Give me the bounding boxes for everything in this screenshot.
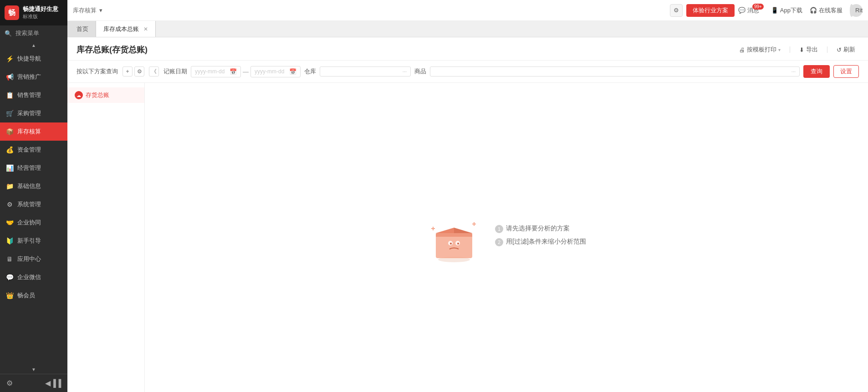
sidebar-item-finance[interactable]: 💰 资金管理	[0, 141, 67, 159]
sidebar-item-label: 快捷导航	[17, 55, 41, 63]
scroll-up-arrow[interactable]: ▲	[0, 41, 67, 50]
marketing-icon: 📢	[5, 73, 14, 81]
sidebar-item-label: 经营管理	[17, 164, 41, 172]
refresh-icon: ↺	[837, 46, 842, 53]
content-body: ☁ 存货总账	[67, 83, 868, 392]
sidebar-item-label: 新手引导	[17, 237, 41, 245]
print-button[interactable]: 🖨 按模板打印 ▾	[735, 44, 784, 56]
sidebar-item-purchase[interactable]: 🛒 采购管理	[0, 104, 67, 122]
sidebar-item-label: 应用中心	[17, 255, 41, 263]
printer-icon: 🖨	[739, 46, 745, 53]
export-button[interactable]: ⬇ 导出	[796, 44, 822, 56]
warehouse-select[interactable]: ···	[320, 66, 411, 76]
topbar-settings-button[interactable]: ⚙	[670, 4, 683, 17]
gear-icon: ⚙	[137, 68, 142, 75]
sidebar-item-label: 采购管理	[17, 109, 41, 117]
warehouse-field-label: 仓库	[304, 67, 316, 76]
sidebar-item-enterprise-wechat[interactable]: 💬 企业微信	[0, 268, 67, 286]
filter-add-button[interactable]: +	[123, 66, 133, 76]
page-header: 库存总账(存货总账) 🖨 按模板打印 ▾ ⬇ 导出 ↺ 刷新	[67, 37, 868, 61]
sidebar-item-app-center[interactable]: 🖥 应用中心	[0, 250, 67, 268]
sidebar-item-label: 营销推广	[17, 73, 41, 81]
message-badge: 99+	[752, 4, 764, 10]
sidebar-item-label: 库存核算	[17, 127, 41, 136]
app-logo: 畅 畅捷通好生意 标准版	[0, 0, 67, 25]
divider	[790, 46, 790, 53]
sidebar: 畅 畅捷通好生意 标准版 🔍 搜索菜单 ▲ ⚡ 快捷导航 📢 营销推广 📋 销售…	[0, 0, 67, 392]
sidebar-item-newbie[interactable]: 🔰 新手引导	[0, 232, 67, 250]
sidebar-item-system[interactable]: ⚙ 系统管理	[0, 195, 67, 214]
print-chevron-icon: ▾	[778, 47, 781, 52]
svg-point-7	[450, 243, 452, 244]
filter-actions: + ⚙	[123, 66, 144, 76]
newbie-icon: 🔰	[5, 237, 14, 244]
inventory-icon: 📦	[5, 128, 14, 135]
filter-fields: 记账日期 yyyy-mm-dd 📅 — yyyy-mm-dd 📅 仓库 ··	[163, 65, 859, 78]
sidebar-item-vip[interactable]: 👑 畅会员	[0, 286, 67, 305]
hint2-num: 2	[495, 238, 503, 246]
topbar: 库存核算 ▾ ⚙ 体验行业方案 💬 消息 99+ 📱 App下载 🎧 在线客服	[67, 0, 868, 21]
online-service-button[interactable]: 🎧 在线客服	[810, 6, 842, 15]
page-title: 库存总账(存货总账)	[77, 44, 148, 55]
goods-select[interactable]: ···	[430, 66, 800, 76]
date-start-placeholder: yyyy-mm-dd	[195, 68, 225, 75]
sidebar-item-marketing[interactable]: 📢 营销推广	[0, 68, 67, 86]
sidebar-item-operations[interactable]: 📊 经营管理	[0, 159, 67, 177]
enterprise-wechat-icon: 💬	[5, 274, 14, 281]
finance-icon: 💰	[5, 146, 14, 153]
sidebar-search[interactable]: 🔍 搜索菜单	[0, 25, 67, 41]
sidebar-item-label: 系统管理	[17, 200, 41, 209]
breadcrumb-text: 库存核算	[73, 6, 97, 15]
sidebar-search-label: 搜索菜单	[15, 29, 39, 37]
operations-icon: 📊	[5, 164, 14, 172]
scheme-icon: ☁	[75, 91, 83, 99]
tab-inventory-cost-label: 库存成本总账	[103, 25, 139, 33]
export-icon: ⬇	[799, 46, 804, 53]
filter-settings-button[interactable]: ⚙	[134, 66, 144, 76]
divider2	[827, 46, 827, 53]
sidebar-footer: ⚙ ◀▐▐	[0, 374, 67, 392]
sidebar-item-inventory[interactable]: 📦 库存核算	[0, 122, 67, 141]
footer-audio-btn[interactable]: ◀▐▐	[45, 379, 61, 387]
date-start-input[interactable]: yyyy-mm-dd 📅	[191, 66, 241, 77]
date-end-input[interactable]: yyyy-mm-dd 📅	[250, 66, 301, 77]
collapse-icon: 《	[151, 68, 157, 76]
refresh-button[interactable]: ↺ 刷新	[833, 44, 859, 56]
enterprise-icon: 🤝	[5, 219, 14, 226]
app-download-button[interactable]: 📱 App下载	[771, 6, 802, 15]
app-center-icon: 🖥	[5, 255, 14, 263]
plus-icon: +	[126, 68, 129, 75]
message-button[interactable]: 💬 消息 99+	[738, 6, 759, 15]
user-avatar[interactable]: Rit	[850, 4, 863, 17]
hint2-text: 用[过滤]条件来缩小分析范围	[506, 238, 586, 246]
warehouse-more-icon: ···	[403, 69, 407, 74]
sidebar-item-basic-info[interactable]: 📁 基础信息	[0, 177, 67, 195]
tabbar: 首页 库存成本总账 ✕	[67, 21, 868, 37]
tab-inventory-cost[interactable]: 库存成本总账 ✕	[96, 21, 156, 37]
user-name: Rit	[855, 7, 863, 14]
scheme-item-inventory-ledger[interactable]: ☁ 存货总账	[67, 87, 144, 103]
tab-home[interactable]: 首页	[67, 21, 96, 37]
sidebar-item-label: 资金管理	[17, 146, 41, 154]
filter-collapse-button[interactable]: 《	[149, 66, 159, 76]
footer-settings-btn[interactable]: ⚙	[6, 379, 13, 387]
settings-small-button[interactable]: 设置	[833, 65, 859, 78]
search-button[interactable]: 查询	[803, 65, 830, 78]
logo-icon: 畅	[5, 5, 19, 20]
industry-solution-button[interactable]: 体验行业方案	[686, 4, 735, 17]
sidebar-item-enterprise[interactable]: 🤝 企业协同	[0, 214, 67, 232]
headset-icon: 🎧	[810, 7, 817, 14]
sidebar-item-sales[interactable]: 📋 销售管理	[0, 86, 67, 104]
sidebar-item-quick-nav[interactable]: ⚡ 快捷导航	[0, 50, 67, 68]
svg-rect-4	[436, 233, 472, 237]
export-label: 导出	[806, 46, 818, 54]
scroll-down-arrow[interactable]: ▼	[0, 365, 67, 374]
calendar-start-icon: 📅	[230, 68, 237, 75]
sidebar-item-label: 企业协同	[17, 219, 41, 227]
empty-illustration	[427, 210, 481, 265]
tab-close-icon[interactable]: ✕	[143, 26, 148, 32]
app-version: 标准版	[23, 13, 58, 20]
date-end-placeholder: yyyy-mm-dd	[255, 68, 284, 75]
sidebar-item-label: 基础信息	[17, 182, 41, 190]
svg-point-8	[457, 243, 459, 244]
